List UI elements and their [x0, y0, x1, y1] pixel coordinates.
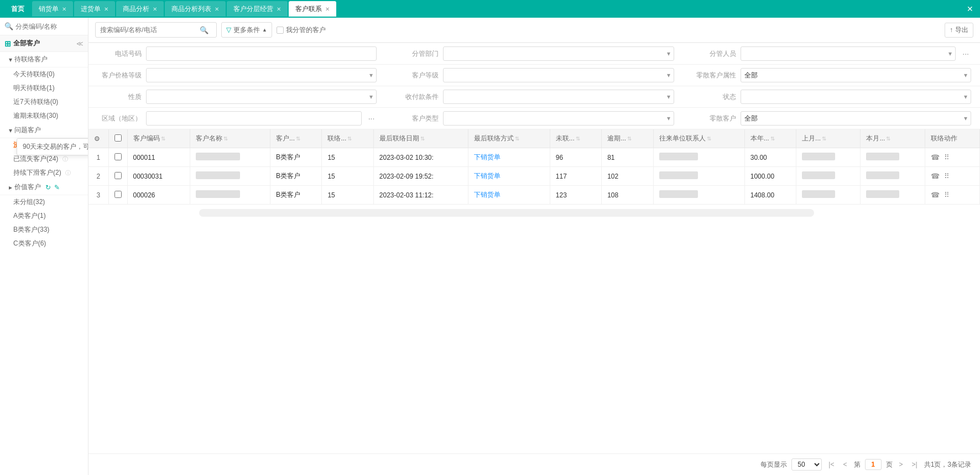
last-method-link[interactable]: 下销货单 [474, 153, 501, 161]
sidebar-item-unclassified[interactable]: 未分组(32) [0, 195, 88, 209]
th-code[interactable]: 客户编码⇅ [127, 129, 190, 148]
customer-type-select[interactable]: ▾ [443, 111, 674, 126]
th-contact[interactable]: 联络...⇅ [322, 129, 373, 148]
customer-contact-tab-close[interactable]: ✕ [325, 6, 330, 12]
sidebar-item-tomorrow[interactable]: 明天待联络(1) [0, 81, 88, 95]
nav-tab-sales[interactable]: 销货单 ✕ [32, 1, 73, 17]
last-method-link[interactable]: 下销货单 [474, 172, 501, 180]
first-page-btn[interactable]: |< [826, 460, 836, 469]
status-select[interactable]: ▾ [741, 90, 971, 104]
th-unit-contact[interactable]: 往来单位联系人⇅ [653, 129, 744, 148]
analysis-list-tab-close[interactable]: ✕ [215, 6, 219, 12]
sidebar-item-c-class[interactable]: C类客户(6) [0, 237, 88, 250]
manager-dots[interactable]: ··· [960, 49, 971, 58]
th-name[interactable]: 客户名称⇅ [190, 129, 270, 148]
th-this-year[interactable]: 本年...⇅ [744, 129, 796, 148]
nav-tab-purchase[interactable]: 进货单 ✕ [74, 1, 115, 17]
more-action-icon[interactable]: ⠿ [944, 191, 950, 199]
cell-checkbox[interactable] [108, 148, 127, 167]
sidebar-item-overdue[interactable]: 逾期未联络(30) [0, 109, 88, 123]
value-group-edit-icon[interactable]: ✎ [54, 184, 60, 191]
per-page-select[interactable]: 50 100 200 [791, 458, 822, 471]
last-method-link[interactable]: 下销货单 [474, 191, 501, 199]
price-grade-select[interactable]: ▾ [146, 68, 377, 82]
manager-select[interactable]: ▾ [741, 46, 956, 61]
customer-tier-tab-close[interactable]: ✕ [277, 6, 281, 12]
sidebar-group-value[interactable]: ▸ 价值客户 ↻ ✎ [0, 180, 88, 195]
scatter-arrow: ▾ [964, 114, 967, 122]
sidebar-item-held-back[interactable]: 持续下滑客户(2) ⓘ [0, 166, 88, 180]
dept-select[interactable]: ▾ [443, 46, 674, 61]
contact-action-icon[interactable]: ☎ [931, 191, 940, 199]
row-checkbox[interactable] [114, 191, 122, 198]
analysis-list-tab-label: 商品分析列表 [171, 4, 211, 14]
more-conditions-btn[interactable]: ▽ 更多条件 ▲ [221, 22, 272, 38]
contact-action-icon[interactable]: ☎ [931, 172, 940, 180]
select-all-checkbox[interactable] [114, 134, 122, 142]
cell-last-method[interactable]: 下销货单 [468, 148, 550, 167]
sidebar-item-today[interactable]: 今天待联络(0) [0, 67, 88, 81]
th-uncontacted[interactable]: 未联...⇅ [550, 129, 601, 148]
sidebar-group-pending[interactable]: ▾ 待联络客户 [0, 52, 88, 67]
table-row: 1 000011 B类客户 15 2023-03-02 10:30: 下销货单 … [88, 148, 980, 167]
scatter-select[interactable]: 全部 ▾ [741, 111, 971, 126]
th-this-month[interactable]: 本月...⇅ [861, 129, 925, 148]
customer-type-arrow: ▾ [667, 114, 670, 122]
phone-input[interactable] [146, 46, 377, 61]
my-customers-label: 我分管的客户 [286, 25, 326, 35]
th-last-method[interactable]: 最后联络方式⇅ [468, 129, 550, 148]
phone-label: 电话号码 [97, 49, 142, 59]
region-dots[interactable]: ··· [366, 114, 377, 123]
sidebar-all-customers[interactable]: ⊞ 全部客户 ≪ [0, 35, 88, 52]
th-last-month[interactable]: 上月...⇅ [796, 129, 861, 148]
th-type[interactable]: 客户...⇅ [270, 129, 322, 148]
prev-page-btn[interactable]: < [841, 460, 849, 469]
filter-payment: 收付款条件 ▾ [385, 86, 682, 107]
th-unit-contact-label: 往来单位联系人 [659, 134, 706, 142]
horizontal-scrollbar[interactable] [199, 209, 814, 217]
export-btn[interactable]: ↑ 导出 [945, 23, 973, 38]
search-input[interactable] [100, 26, 200, 34]
my-customers-check[interactable]: 我分管的客户 [277, 25, 326, 35]
my-customers-checkbox[interactable] [277, 27, 284, 34]
region-select[interactable] [146, 111, 362, 126]
purchase-tab-close[interactable]: ✕ [104, 6, 108, 12]
scatter-attr-select[interactable]: 全部 ▾ [741, 68, 971, 82]
more-action-icon[interactable]: ⠿ [944, 172, 950, 180]
nav-tab-home[interactable]: 首页 [4, 1, 31, 17]
window-close-btn[interactable]: ✕ [967, 4, 973, 13]
th-overdue[interactable]: 逾期...⇅ [602, 129, 653, 148]
th-type-label: 客户... [276, 134, 295, 142]
nav-tab-analysis-list[interactable]: 商品分析列表 ✕ [165, 1, 226, 17]
th-settings[interactable]: ⚙ [88, 129, 108, 148]
sidebar-item-a-class[interactable]: A类客户(1) [0, 209, 88, 223]
value-group-refresh-icon[interactable]: ↻ [45, 184, 51, 191]
th-checkbox[interactable] [108, 129, 127, 148]
sidebar-item-b-class[interactable]: B类客户(33) [0, 223, 88, 237]
nav-tab-customer-tier[interactable]: 客户分层经营 ✕ [227, 1, 288, 17]
nav-tab-analysis[interactable]: 商品分析 ✕ [116, 1, 164, 17]
sidebar-item-week[interactable]: 近7天待联络(0) [0, 95, 88, 109]
last-page-btn[interactable]: >| [910, 460, 920, 469]
sidebar-search-input[interactable] [15, 23, 88, 30]
payment-select[interactable]: ▾ [443, 90, 674, 104]
cell-last-method[interactable]: 下销货单 [468, 167, 550, 186]
nature-select[interactable]: ▾ [146, 90, 377, 104]
row-checkbox[interactable] [114, 172, 122, 179]
more-action-icon[interactable]: ⠿ [944, 153, 950, 161]
search-submit-icon[interactable]: 🔍 [200, 26, 208, 34]
sidebar-collapse-icon[interactable]: ≪ [76, 40, 84, 48]
row-checkbox[interactable] [114, 153, 122, 160]
cell-checkbox[interactable] [108, 167, 127, 186]
cell-checkbox[interactable] [108, 186, 127, 205]
sales-tab-close[interactable]: ✕ [62, 6, 66, 12]
next-page-btn[interactable]: > [897, 460, 905, 469]
cell-last-method[interactable]: 下销货单 [468, 186, 550, 205]
customer-grade-select[interactable]: ▾ [443, 68, 674, 82]
nav-tab-customer-contact[interactable]: 客户联系 ✕ [289, 1, 336, 17]
analysis-tab-close[interactable]: ✕ [153, 6, 157, 12]
contact-action-icon[interactable]: ☎ [931, 153, 940, 161]
th-last-date[interactable]: 最后联络日期⇅ [373, 129, 468, 148]
sidebar-group-churn[interactable]: ▾ 问题客户 [0, 123, 88, 138]
table-row: 3 000026 B类客户 15 2023-02-03 11:12: 下销货单 … [88, 186, 980, 205]
